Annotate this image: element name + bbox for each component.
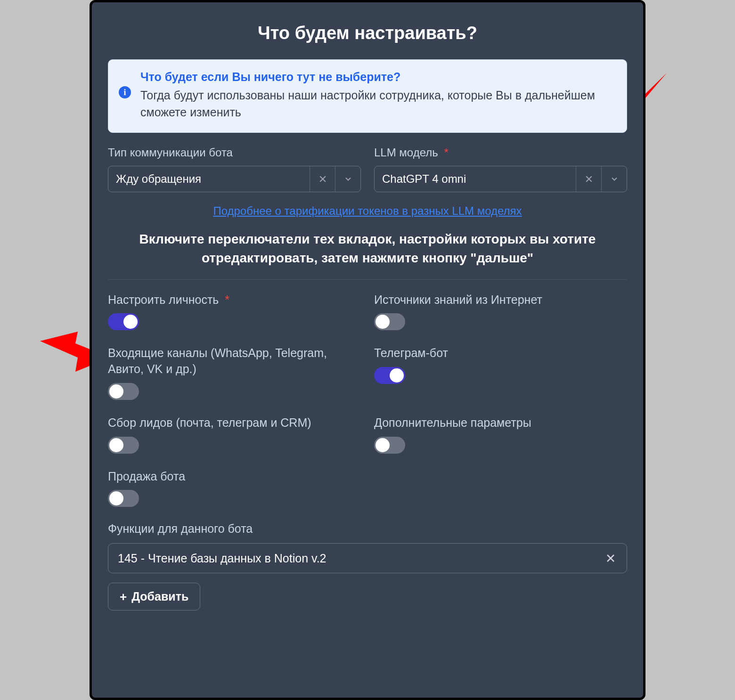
toggle-channels-label: Входящие каналы (WhatsApp, Telegram, Ави… bbox=[108, 345, 361, 377]
toggle-extra-label: Дополнительные параметры bbox=[374, 415, 627, 431]
toggle-telegram-label: Телеграм-бот bbox=[374, 345, 627, 361]
close-icon[interactable] bbox=[604, 552, 617, 565]
settings-panel: Что будем настраивать? i Что будет если … bbox=[90, 0, 645, 700]
info-icon: i bbox=[119, 86, 131, 98]
toggle-personality-label: Настроить личность bbox=[108, 293, 219, 306]
toggle-sell-switch[interactable] bbox=[108, 490, 139, 507]
chevron-down-icon[interactable] bbox=[335, 166, 360, 192]
toggle-knowledge-label: Источники знаний из Интернет bbox=[374, 292, 627, 308]
add-function-button[interactable]: + Добавить bbox=[108, 583, 200, 610]
info-answer: Тогда будут использованы наши настройки … bbox=[140, 87, 613, 121]
page-title: Что будем настраивать? bbox=[108, 23, 627, 43]
token-pricing-link[interactable]: Подробнее о тарификации токенов в разных… bbox=[108, 204, 627, 218]
clear-icon[interactable] bbox=[576, 166, 601, 192]
clear-icon[interactable] bbox=[310, 166, 335, 192]
divider bbox=[108, 279, 627, 280]
info-icon-glyph: i bbox=[123, 88, 126, 98]
info-box: i Что будет если Вы ничего тут не выбери… bbox=[108, 59, 627, 133]
toggle-knowledge-switch[interactable] bbox=[374, 313, 405, 330]
toggle-knowledge: Источники знаний из Интернет bbox=[374, 292, 627, 331]
info-question: Что будет если Вы ничего тут не выберите… bbox=[140, 70, 613, 84]
toggle-channels-switch[interactable] bbox=[108, 383, 139, 400]
toggle-telegram: Телеграм-бот bbox=[374, 345, 627, 400]
llm-model-label: LLM модель * bbox=[374, 146, 627, 159]
toggle-extra-switch[interactable] bbox=[374, 437, 405, 454]
toggle-instruction: Включите переключатели тех вкладок, наст… bbox=[108, 230, 627, 268]
function-chip[interactable]: 145 - Чтение базы данных в Notion v.2 bbox=[108, 543, 627, 573]
required-marker: * bbox=[225, 293, 229, 306]
comm-type-select[interactable]: Жду обращения bbox=[108, 166, 361, 192]
function-chip-text: 145 - Чтение базы данных в Notion v.2 bbox=[118, 552, 604, 565]
comm-type-value: Жду обращения bbox=[108, 166, 310, 192]
toggle-sell-label: Продажа бота bbox=[108, 469, 361, 485]
llm-model-select[interactable]: ChatGPT 4 omni bbox=[374, 166, 627, 192]
functions-section-label: Функции для данного бота bbox=[108, 522, 627, 536]
toggle-sell: Продажа бота bbox=[108, 469, 361, 507]
toggle-leads: Сбор лидов (почта, телеграм и CRM) bbox=[108, 415, 361, 454]
llm-model-value: ChatGPT 4 omni bbox=[375, 166, 576, 192]
toggle-personality-switch[interactable] bbox=[108, 313, 139, 330]
toggle-leads-switch[interactable] bbox=[108, 437, 139, 454]
llm-model-label-text: LLM модель bbox=[374, 146, 438, 159]
toggle-extra: Дополнительные параметры bbox=[374, 415, 627, 454]
add-function-label: Добавить bbox=[131, 590, 188, 603]
comm-type-label: Тип коммуникации бота bbox=[108, 146, 361, 159]
toggle-telegram-switch[interactable] bbox=[374, 367, 405, 384]
toggle-personality: Настроить личность * bbox=[108, 292, 361, 331]
plus-icon: + bbox=[120, 591, 127, 603]
required-marker: * bbox=[444, 146, 448, 159]
chevron-down-icon[interactable] bbox=[601, 166, 627, 192]
toggle-channels: Входящие каналы (WhatsApp, Telegram, Ави… bbox=[108, 345, 361, 400]
toggle-leads-label: Сбор лидов (почта, телеграм и CRM) bbox=[108, 415, 361, 431]
